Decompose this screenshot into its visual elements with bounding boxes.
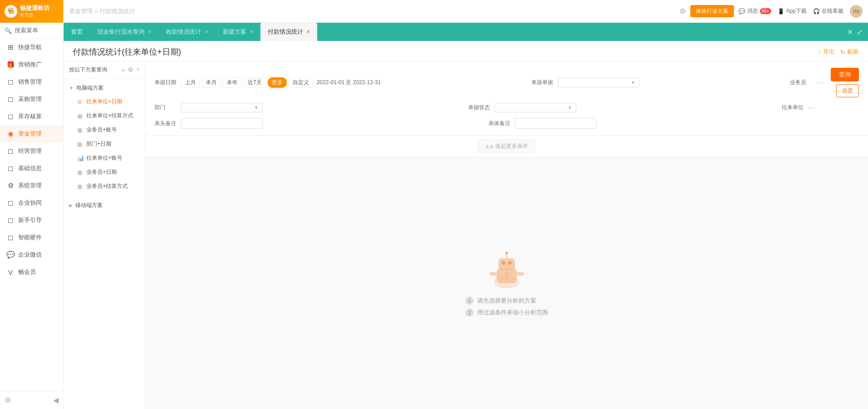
scheme-icon-1: ▦ — [77, 127, 84, 133]
search-icon: 🔍 — [5, 27, 12, 34]
finance-icon: ◉ — [6, 130, 15, 138]
scheme-icon-2: ▦ — [77, 141, 84, 147]
desktop-group-title[interactable]: ▼ 电脑端方案 — [64, 81, 145, 95]
sidebar-item-guide[interactable]: ◻ 新手引导 — [0, 212, 63, 229]
sidebar-item-cooperation[interactable]: ◻ 企业协同 — [0, 194, 63, 212]
header-note-input[interactable] — [181, 118, 263, 129]
sidebar-item-finance[interactable]: ◉ 资金管理 — [0, 125, 63, 142]
body-note-input[interactable] — [515, 118, 597, 129]
tab-receipt-stats[interactable]: 收款情况统计 × — [159, 23, 215, 41]
last-7days-btn[interactable]: 近7天 — [244, 77, 266, 88]
quick-nav-icon: ⊞ — [6, 43, 15, 51]
sidebar-item-quick-nav[interactable]: ⊞ 快捷导航 — [0, 39, 63, 56]
inventory-icon: ◻ — [6, 112, 15, 121]
svg-point-6 — [505, 252, 508, 254]
refresh-btn[interactable]: ↻ 刷新 — [840, 48, 859, 56]
logo-text: 畅捷通帐坊 标准版 — [20, 5, 50, 18]
sidebar-item-system[interactable]: ⚙ 系统管理 — [0, 177, 63, 194]
tabbar-window-btns: ✕ ⤢ — [842, 28, 868, 36]
maximize-icon[interactable]: ⤢ — [857, 28, 863, 36]
empty-tip-2: 2 用过滤条件来缩小分析范围 — [465, 308, 548, 317]
date-buttons: 上月 本月 本年 近7天 更多 自定义 — [181, 77, 313, 88]
voucher-status-label: 单据状态 — [468, 104, 491, 111]
more-btn[interactable]: 更多 — [268, 77, 287, 88]
svg-rect-8 — [517, 272, 524, 276]
svg-rect-7 — [489, 272, 497, 276]
service-btn[interactable]: 🎧 在线客服 — [813, 7, 843, 15]
tabbar: 首页 现金银行流水查询 × 收款情况统计 × 新建方案 × 付款情况统计 × ✕… — [64, 23, 868, 41]
header-note-label: 表头备注 — [155, 120, 177, 127]
filter-right-actions: 查询 设置 — [831, 68, 859, 97]
sidebar-item-member[interactable]: V 畅会员 — [0, 263, 63, 281]
sidebar-item-purchase[interactable]: ◻ 采购管理 — [0, 91, 63, 108]
tab-payment-stats[interactable]: 付款情况统计 × — [260, 23, 317, 41]
tab-bank-flow[interactable]: 现金银行流水查询 × — [90, 23, 159, 41]
filter-settings-btn[interactable]: 设置 — [836, 84, 859, 97]
sales-icon: ◻ — [6, 78, 15, 86]
scheme-item-dept-date[interactable]: ▦ 部门+日期 — [64, 137, 145, 151]
message-btn[interactable]: 💬 消息 99+ — [738, 7, 771, 15]
mobile-scheme-group: ▶ 移动端方案 — [64, 196, 145, 215]
sidebar-item-sales[interactable]: ◻ 销售管理 — [0, 73, 63, 91]
member-icon: V — [6, 268, 15, 276]
custom-btn[interactable]: 自定义 — [289, 77, 313, 88]
app-icon: 📱 — [778, 8, 784, 15]
cooperation-icon: ◻ — [6, 199, 15, 207]
body-note-group: 表体备注 — [489, 118, 597, 129]
tab-close-bank-flow[interactable]: × — [148, 29, 151, 35]
this-year-btn[interactable]: 本年 — [223, 77, 242, 88]
scheme-item-staff-account[interactable]: ▦ 业务员+账号 — [64, 123, 145, 137]
sidebar-header: 畅 畅捷通帐坊 标准版 — [0, 0, 63, 23]
empty-state: ? 1 请先选择要分析的方案 2 用过滤条件来缩小分析范围 — [465, 250, 548, 317]
left-panel-actions: + ⚙ « — [121, 66, 140, 74]
dept-select[interactable]: ▼ — [181, 103, 263, 112]
last-month-btn[interactable]: 上月 — [181, 77, 200, 88]
filter-row-2: 部门 ▼ 单据状态 ▼ — [155, 103, 859, 112]
query-btn[interactable]: 查询 — [831, 68, 859, 81]
logo-icon: 畅 — [5, 5, 17, 18]
topbar-settings-icon[interactable]: ⚙ — [679, 7, 686, 15]
scheme-item-unit-account[interactable]: 📊 往来单位+账号 — [64, 151, 145, 165]
scheme-settings-btn[interactable]: ⚙ — [128, 66, 134, 74]
staff-input[interactable]: ··· — [816, 79, 823, 87]
body-note-label: 表体备注 — [489, 120, 511, 127]
svg-point-4 — [508, 261, 512, 265]
tab-new-plan[interactable]: 新建方案 × — [215, 23, 260, 41]
add-scheme-btn[interactable]: + — [121, 66, 125, 74]
mobile-group-title[interactable]: ▶ 移动端方案 — [64, 199, 145, 212]
system-icon: ⚙ — [6, 182, 15, 190]
scheme-item-unit-settle[interactable]: ▦ 往来单位+结算方式 — [64, 109, 145, 123]
source-filter-group: 来源单据 ▼ — [531, 78, 639, 87]
sidebar-item-operation[interactable]: ◻ 经营管理 — [0, 142, 63, 160]
collapse-panel-btn[interactable]: « — [136, 66, 140, 74]
staff-label: 业务员 — [790, 79, 813, 86]
sidebar-item-wechat[interactable]: 💬 企业微信 — [0, 246, 63, 263]
scheme-item-staff-date[interactable]: ▦ 业务员+日期 — [64, 165, 145, 179]
scheme-item-unit-date[interactable]: ⊙ 往来单位+日期 — [64, 95, 145, 109]
source-select[interactable]: ▼ — [558, 78, 639, 87]
voucher-status-select[interactable]: ▼ — [494, 103, 576, 112]
tab-close-new-plan[interactable]: × — [250, 29, 253, 35]
tip-num-1: 1 — [465, 297, 474, 305]
message-badge: 99+ — [760, 8, 771, 14]
sidebar-item-inventory[interactable]: ◻ 库存核算 — [0, 108, 63, 125]
sidebar-item-marketing[interactable]: 🎁 营销推广 — [0, 56, 63, 73]
sidebar-settings-btn[interactable]: ⚙ — [5, 396, 11, 404]
app-download-btn[interactable]: 📱 App下载 — [778, 7, 807, 15]
search-menu[interactable]: 🔍 搜索菜单 — [0, 23, 63, 39]
tab-home[interactable]: 首页 — [64, 23, 90, 41]
scheme-item-staff-settle[interactable]: ▦ 业务员+结算方式 — [64, 179, 145, 193]
tab-close-receipt-stats[interactable]: × — [205, 29, 208, 35]
sidebar-item-hardware[interactable]: ◻ 智能硬件 — [0, 229, 63, 246]
trial-btn[interactable]: 体验行业方案 — [690, 5, 734, 17]
this-month-btn[interactable]: 本月 — [202, 77, 221, 88]
sidebar-item-basic-info[interactable]: ◻ 基础信息 — [0, 160, 63, 177]
tab-close-payment-stats[interactable]: × — [307, 29, 310, 35]
user-avatar[interactable]: Rit — [850, 5, 863, 18]
export-btn[interactable]: ↑ 导出 — [818, 48, 835, 56]
related-unit-input[interactable]: ··· — [808, 104, 815, 112]
close-window-icon[interactable]: ✕ — [847, 28, 853, 36]
collapse-conditions-btn[interactable]: ∧∧ 收起更多条件 — [478, 139, 536, 153]
service-icon: 🎧 — [813, 8, 820, 15]
sidebar-collapse-btn[interactable]: ◀ — [53, 396, 59, 404]
